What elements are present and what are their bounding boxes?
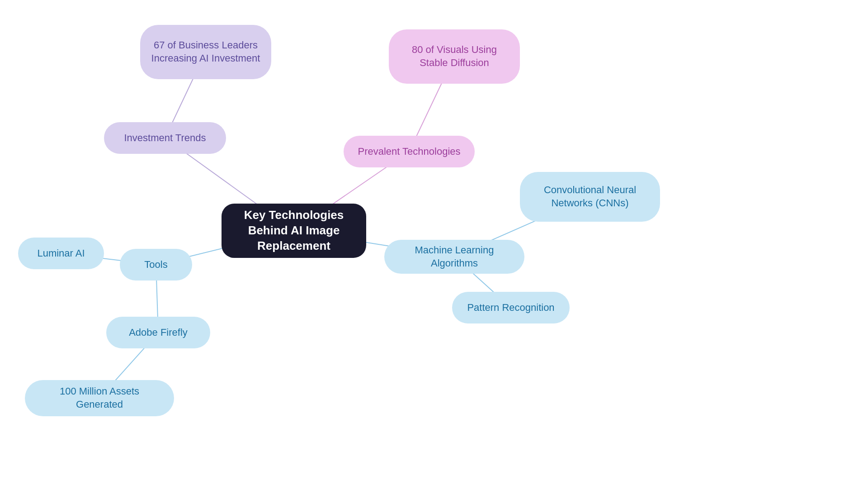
pattern-recognition-node: Pattern Recognition — [452, 292, 570, 323]
luminar-ai-label: Luminar AI — [37, 247, 85, 260]
center-node: Key Technologies Behind AI Image Replace… — [222, 204, 366, 258]
center-label: Key Technologies Behind AI Image Replace… — [232, 208, 355, 253]
cnn-node: Convolutional Neural Networks (CNNs) — [520, 172, 660, 222]
machine-learning-node: Machine Learning Algorithms — [384, 240, 524, 274]
tools-label: Tools — [144, 258, 167, 271]
machine-learning-label: Machine Learning Algorithms — [395, 244, 514, 270]
assets-generated-node: 100 Million Assets Generated — [25, 380, 174, 416]
assets-generated-label: 100 Million Assets Generated — [36, 385, 163, 411]
tools-node: Tools — [120, 249, 192, 281]
stable-diffusion-label: 80 of Visuals Using Stable Diffusion — [400, 43, 509, 69]
investment-trends-label: Investment Trends — [124, 132, 206, 145]
prevalent-technologies-node: Prevalent Technologies — [344, 136, 475, 167]
cnn-label: Convolutional Neural Networks (CNNs) — [531, 184, 649, 209]
business-leaders-node: 67 of Business Leaders Increasing AI Inv… — [140, 25, 271, 79]
stable-diffusion-node: 80 of Visuals Using Stable Diffusion — [389, 29, 520, 84]
prevalent-technologies-label: Prevalent Technologies — [358, 145, 460, 158]
adobe-firefly-node: Adobe Firefly — [106, 317, 210, 348]
luminar-ai-node: Luminar AI — [18, 238, 104, 269]
business-leaders-label: 67 of Business Leaders Increasing AI Inv… — [151, 39, 260, 65]
pattern-recognition-label: Pattern Recognition — [467, 301, 554, 314]
investment-trends-node: Investment Trends — [104, 122, 226, 154]
adobe-firefly-label: Adobe Firefly — [129, 326, 188, 339]
